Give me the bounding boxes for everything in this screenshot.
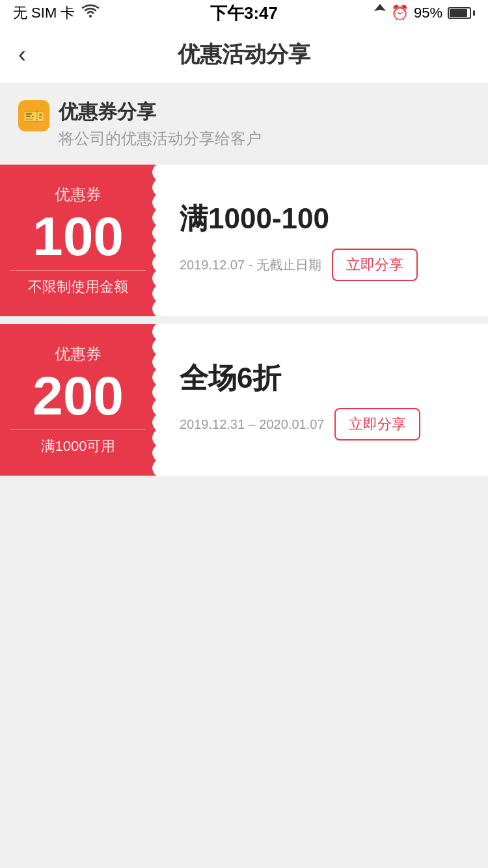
share-button-2[interactable]: 立即分享 <box>334 408 420 441</box>
section-header: 🎫 优惠券分享 将公司的优惠活动分享给客户 <box>0 83 488 159</box>
section-text-group: 优惠券分享 将公司的优惠活动分享给客户 <box>59 99 262 149</box>
sim-label: 无 SIM 卡 <box>13 3 75 23</box>
coupon-name-2: 全场6折 <box>180 359 470 398</box>
coupon-left-panel-2: 优惠券 200 满1000可用 <box>0 324 156 476</box>
coupon-divider-line-1 <box>10 270 146 271</box>
section-description: 将公司的优惠活动分享给客户 <box>59 128 262 149</box>
section-title: 优惠券分享 <box>59 99 262 126</box>
coupon-date-row-1: 2019.12.07 - 无截止日期 立即分享 <box>180 249 470 281</box>
coupon-label-1: 优惠券 <box>55 184 102 205</box>
coupon-left-panel: 优惠券 100 不限制使用金额 <box>0 165 156 316</box>
share-button-1[interactable]: 立即分享 <box>332 249 418 281</box>
svg-point-0 <box>89 15 92 18</box>
section-icon: 🎫 <box>18 100 49 131</box>
coupon-date-1: 2019.12.07 - 无截止日期 <box>180 256 321 274</box>
wifi-icon <box>81 4 100 22</box>
coupon-card-2: 优惠券 200 满1000可用 全场6折 2019.12.31 – 2020.0… <box>0 324 488 476</box>
location-icon <box>374 4 386 22</box>
status-left: 无 SIM 卡 <box>13 3 100 23</box>
alarm-icon: ⏰ <box>391 5 409 21</box>
coupon-amount-2: 200 <box>33 368 124 423</box>
back-button[interactable]: ‹ <box>18 41 26 68</box>
scallop-divider-1 <box>148 165 164 316</box>
coupon-icon: 🎫 <box>23 106 44 126</box>
coupon-date-row-2: 2019.12.31 – 2020.01.07 立即分享 <box>180 408 470 441</box>
coupon-condition-1: 不限制使用金额 <box>28 277 128 297</box>
nav-bar: ‹ 优惠活动分享 <box>0 26 488 83</box>
status-bar: 无 SIM 卡 下午3:47 ⏰ 95% <box>0 0 488 26</box>
coupon-amount-1: 100 <box>33 209 124 264</box>
status-time: 下午3:47 <box>210 2 278 25</box>
coupon-card: 优惠券 100 不限制使用金额 满1000-100 2019.12.07 - 无… <box>0 165 488 316</box>
status-right: ⏰ 95% <box>374 4 475 22</box>
coupon-divider-line-2 <box>10 429 146 430</box>
scallop-divider-2 <box>148 324 164 476</box>
coupon-list: 优惠券 100 不限制使用金额 满1000-100 2019.12.07 - 无… <box>0 159 488 476</box>
battery-percent: 95% <box>414 5 442 21</box>
coupon-date-2: 2019.12.31 – 2020.01.07 <box>180 417 324 432</box>
coupon-right-panel-2: 全场6折 2019.12.31 – 2020.01.07 立即分享 <box>156 324 488 476</box>
empty-area <box>0 483 488 809</box>
coupon-label-2: 优惠券 <box>55 344 102 364</box>
coupon-name-1: 满1000-100 <box>180 200 470 238</box>
page-title: 优惠活动分享 <box>178 40 310 70</box>
coupon-right-panel-1: 满1000-100 2019.12.07 - 无截止日期 立即分享 <box>156 165 488 316</box>
coupon-condition-2: 满1000可用 <box>41 437 116 456</box>
battery-icon <box>448 7 475 19</box>
